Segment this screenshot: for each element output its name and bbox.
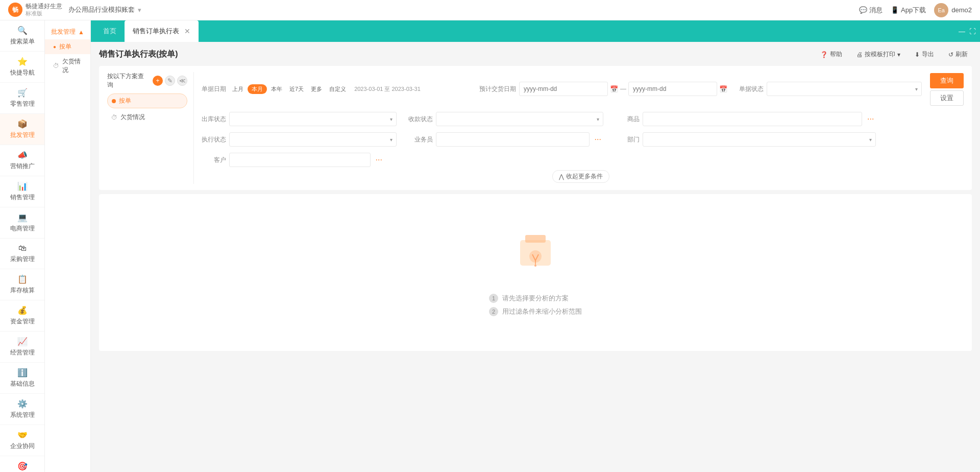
- sidebar-item-ecommerce[interactable]: 💻 电商管理: [0, 207, 44, 239]
- settings-button[interactable]: 设置: [930, 90, 964, 106]
- order-status-label: 单据状态: [736, 85, 764, 93]
- page-content: 销售订单执行表(按单) ❓ 帮助 🖨 按模板打印 ▾ ⬇ 导出: [91, 42, 980, 472]
- customer-input[interactable]: [229, 153, 371, 167]
- sub-sidebar-toggle-icon[interactable]: ▲: [78, 29, 84, 36]
- order-status-select-wrap: [767, 82, 922, 96]
- app-download-icon: 📱: [891, 6, 899, 14]
- sidebar-label-basic: 基础信息: [10, 380, 35, 388]
- sidebar-item-quick[interactable]: ⭐ 快捷导航: [0, 52, 44, 83]
- dq-this-year[interactable]: 本年: [268, 84, 285, 94]
- add-plan-button[interactable]: +: [153, 76, 163, 86]
- plan-item-order[interactable]: 按单: [107, 93, 187, 108]
- help-button[interactable]: ❓ 帮助: [816, 48, 846, 61]
- help-icon: ❓: [820, 51, 828, 58]
- search-button[interactable]: 查询: [930, 73, 964, 88]
- export-button[interactable]: ⬇ 导出: [911, 48, 938, 61]
- sidebar-item-system[interactable]: ⚙️ 系统管理: [0, 394, 44, 425]
- department-select[interactable]: [643, 132, 876, 147]
- sidebar-label-wholesale: 批发管理: [10, 131, 35, 139]
- sidebar-item-newbie[interactable]: 🎯 新手引导: [0, 456, 44, 472]
- page-title-bar: 销售订单执行表(按单) ❓ 帮助 🖨 按模板打印 ▾ ⬇ 导出: [99, 48, 972, 61]
- tab-sales-order[interactable]: 销售订单执行表 ✕: [125, 20, 199, 42]
- plan-dot-icon: [112, 99, 116, 103]
- sidebar-item-purchase[interactable]: 🛍 采购管理: [0, 239, 44, 269]
- user-profile[interactable]: Ea demo2: [934, 3, 972, 17]
- page-title: 销售订单执行表(按单): [99, 49, 178, 60]
- retail-icon: 🛒: [17, 88, 28, 98]
- breadcrumb-dropdown-icon[interactable]: ▾: [138, 6, 141, 14]
- sub-sidebar-item-debt[interactable]: ⏱ 欠货情况: [45, 54, 90, 78]
- goods-field: 商品 ···: [611, 112, 876, 126]
- goods-more-icon[interactable]: ···: [865, 114, 876, 124]
- date-field: 单据日期 上月 本月 本年 近7天 更多 自定义: [198, 84, 471, 94]
- expected-delivery-start-input[interactable]: [519, 82, 608, 96]
- empty-hint-1: 1 请先选择要分析的方案: [489, 294, 582, 303]
- dq-custom[interactable]: 自定义: [326, 84, 349, 94]
- dq-last7[interactable]: 近7天: [286, 84, 307, 94]
- order-status-select[interactable]: [767, 82, 922, 96]
- sidebar-label-search: 搜索菜单: [10, 37, 35, 46]
- expected-delivery-end-input[interactable]: [628, 82, 717, 96]
- tab-sales-order-label: 销售订单执行表: [133, 27, 179, 36]
- sidebar: 🔍 搜索菜单 ⭐ 快捷导航 🛒 零售管理 📦 批发管理 📣: [0, 20, 45, 472]
- filter-left-icons: + ✎ ≪: [153, 76, 187, 86]
- sidebar-item-enterprise[interactable]: 🤝 企业协同: [0, 425, 44, 456]
- sidebar-item-inventory[interactable]: 📋 库存核算: [0, 269, 44, 300]
- content-area: 首页 销售订单执行表 ✕ — ⛶ 销售订单执行表(按单) ❓ 帮助: [91, 20, 980, 472]
- calendar-start-icon[interactable]: 📅: [610, 85, 618, 93]
- collapse-row: ⋀ 收起更多条件: [198, 167, 964, 184]
- template-print-button[interactable]: 🖨 按模板打印 ▾: [852, 48, 904, 61]
- svg-rect-1: [525, 235, 546, 243]
- customer-more-icon[interactable]: ···: [374, 155, 384, 164]
- dq-this-month[interactable]: 本月: [248, 84, 267, 94]
- collapse-up-icon: ⋀: [559, 173, 564, 180]
- delivery-status-select[interactable]: [229, 112, 397, 126]
- filter-rows: 单据日期 上月 本月 本年 近7天 更多 自定义: [198, 72, 964, 167]
- exec-status-select[interactable]: [229, 132, 397, 147]
- logo-area: 畅 畅捷通好生意 标准版: [8, 3, 62, 17]
- collapse-plan-button[interactable]: ≪: [177, 76, 187, 86]
- sub-sidebar-item-order[interactable]: ● 按单: [45, 39, 90, 54]
- salesperson-label: 业务员: [405, 135, 433, 144]
- empty-hint-2: 2 用过滤条件来缩小分析范围: [489, 307, 582, 316]
- salesperson-more-icon[interactable]: ···: [593, 135, 603, 144]
- goods-label: 商品: [611, 115, 640, 124]
- tab-maximize-icon[interactable]: ⛶: [969, 28, 976, 35]
- sidebar-item-wholesale[interactable]: 📦 批发管理: [0, 114, 44, 145]
- filter-row-1: 单据日期 上月 本月 本年 近7天 更多 自定义: [198, 72, 964, 106]
- sidebar-label-quick: 快捷导航: [10, 68, 35, 77]
- sidebar-item-marketing[interactable]: 📣 营销推广: [0, 145, 44, 176]
- plan-item-debt[interactable]: ⏱ 欠货情况: [107, 110, 187, 124]
- sub-sidebar-label-debt: 欠货情况: [62, 57, 82, 75]
- dq-last-month[interactable]: 上月: [229, 84, 247, 94]
- message-action[interactable]: 💬 消息: [859, 6, 883, 15]
- payment-status-select[interactable]: [436, 112, 603, 126]
- sidebar-item-finance[interactable]: 💰 资金管理: [0, 300, 44, 332]
- customer-field: 客户 ···: [198, 153, 384, 167]
- sidebar-item-retail[interactable]: 🛒 零售管理: [0, 83, 44, 114]
- export-icon: ⬇: [915, 51, 920, 58]
- sidebar-item-search[interactable]: 🔍 搜索菜单: [0, 20, 44, 52]
- newbie-icon: 🎯: [17, 461, 28, 471]
- calendar-end-icon[interactable]: 📅: [719, 85, 727, 93]
- edit-plan-button[interactable]: ✎: [165, 76, 175, 86]
- app-download-action[interactable]: 📱 App下载: [891, 6, 926, 15]
- salesperson-input[interactable]: [436, 132, 590, 147]
- sidebar-item-basic[interactable]: ℹ️ 基础信息: [0, 363, 44, 394]
- exec-status-select-wrap: [229, 132, 397, 147]
- sidebar-item-operation[interactable]: 📈 经营管理: [0, 332, 44, 363]
- operation-icon: 📈: [17, 337, 28, 346]
- export-label: 导出: [922, 50, 934, 59]
- dq-more[interactable]: 更多: [308, 84, 325, 94]
- debt-clock-icon: ⏱: [53, 62, 59, 69]
- collapse-button[interactable]: ⋀ 收起更多条件: [552, 170, 609, 183]
- top-header: 畅 畅捷通好生意 标准版 办公用品行业模拟账套 ▾ 💬 消息 📱 App下载 E…: [0, 0, 980, 20]
- app-download-label: App下载: [901, 6, 926, 15]
- refresh-button[interactable]: ↺ 刷新: [944, 48, 972, 61]
- svg-point-4: [534, 265, 536, 267]
- tab-home[interactable]: 首页: [95, 20, 125, 42]
- sidebar-item-sales[interactable]: 📊 销售管理: [0, 176, 44, 207]
- tab-minimize-icon[interactable]: —: [959, 28, 965, 35]
- goods-input[interactable]: [643, 112, 862, 126]
- tab-close-icon[interactable]: ✕: [184, 27, 190, 35]
